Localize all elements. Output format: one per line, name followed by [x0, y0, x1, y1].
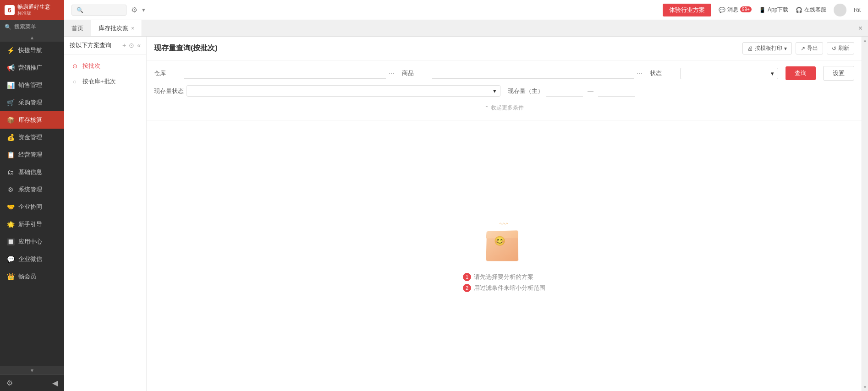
topbar-chevron-icon[interactable]: ▾ [142, 6, 145, 13]
stock-status-select[interactable]: ▾ [187, 85, 500, 97]
sidebar-settings-icon[interactable]: ⚙ [6, 379, 13, 387]
user-avatar[interactable] [834, 4, 846, 16]
stock-qty-dash: — [588, 87, 593, 94]
sidebar-item-app-center[interactable]: 🔲 应用中心 [0, 233, 64, 250]
sidebar-label-inventory: 库存核算 [18, 116, 42, 124]
filter-panel-title: 按以下方案查询 [70, 41, 111, 49]
filter-row-2: 现存量状态 ▾ 现存量（主） — [154, 85, 854, 97]
print-dropdown-icon: ▾ [784, 45, 787, 52]
tab-inventory-batch-label: 库存批次账 [99, 24, 128, 33]
product-input[interactable] [432, 68, 634, 79]
status-label: 状态 [650, 69, 677, 77]
product-dots[interactable]: ··· [637, 69, 643, 77]
sidebar-item-member[interactable]: 👑 畅会员 [0, 268, 64, 285]
app-download-item[interactable]: 📱 App下载 [759, 6, 788, 14]
sidebar-item-sales[interactable]: 📊 销售管理 [0, 76, 64, 94]
experience-btn[interactable]: 体验行业方案 [663, 4, 711, 16]
sidebar-item-basic[interactable]: 🗂 基础信息 [0, 163, 64, 181]
message-label: 消息 [727, 6, 738, 14]
app-version: 标准版 [17, 10, 50, 16]
print-btn[interactable]: 🖨 按模板打印 ▾ [742, 42, 792, 54]
sidebar-label-enterprise: 企业协同 [18, 203, 42, 211]
app-name: 畅康通好生意 [17, 4, 50, 10]
sidebar-footer: ⚙ ◀ [0, 375, 64, 391]
collapse-row[interactable]: ⌃ 收起更多条件 [154, 101, 854, 114]
online-service-item[interactable]: 🎧 在线客服 [796, 6, 826, 14]
status-field: 状态 ▾ [650, 68, 778, 79]
refresh-btn[interactable]: ↺ 刷新 [827, 42, 854, 54]
settings-button[interactable]: 设置 [823, 66, 854, 81]
sidebar-item-purchase[interactable]: 🛒 采购管理 [0, 94, 64, 111]
export-btn[interactable]: ↗ 导出 [796, 42, 823, 54]
sidebar-nav: ⚡ 快捷导航 📢 营销推广 📊 销售管理 🛒 采购管理 📦 库存核算 💰 资金管… [0, 42, 64, 366]
search-label: 搜索菜单 [14, 23, 36, 31]
tab-home-label: 首页 [71, 24, 83, 33]
panel-collapse-icon[interactable]: « [137, 42, 141, 49]
topbar-search-box[interactable]: 🔍 [71, 5, 126, 16]
warehouse-label: 仓库 [154, 69, 181, 77]
sidebar-search[interactable]: 🔍 搜索菜单 [0, 20, 64, 33]
tab-close-icon[interactable]: × [131, 25, 134, 32]
page-title: 现存量查询(按批次) [154, 43, 218, 53]
stock-status-field: 现存量状态 ▾ [154, 85, 500, 97]
sidebar-label-operations: 经营管理 [18, 151, 42, 159]
topbar: 🔍 ⚙ ▾ 体验行业方案 💬 消息 99+ 📱 App下载 🎧 在线客服 Rit [64, 0, 868, 20]
query-button[interactable]: 查询 [786, 66, 816, 80]
export-label: 导出 [807, 44, 818, 52]
scroll-up-arrow[interactable]: ▲ [863, 37, 868, 44]
status-chevron-icon: ▾ [771, 70, 774, 77]
sidebar-item-system[interactable]: ⚙ 系统管理 [0, 181, 64, 198]
guide-icon: 🌟 [6, 220, 15, 228]
user-name: Rit [854, 7, 861, 13]
message-badge: 99+ [740, 6, 752, 12]
sidebar-item-marketing[interactable]: 📢 营销推广 [0, 59, 64, 76]
sidebar-collapse-icon[interactable]: ◀ [52, 379, 58, 387]
status-select[interactable]: ▾ [680, 68, 778, 79]
warehouse-dots[interactable]: ··· [389, 69, 395, 77]
tab-home[interactable]: 首页 [64, 20, 91, 36]
scheme-settings-icon[interactable]: ⊙ [129, 42, 134, 49]
sidebar: 6 畅康通好生意 标准版 🔍 搜索菜单 ▲ ⚡ 快捷导航 📢 营销推广 📊 销售… [0, 0, 64, 391]
sidebar-item-inventory[interactable]: 📦 库存核算 [0, 111, 64, 129]
sidebar-label-system: 系统管理 [18, 185, 42, 194]
app-center-icon: 🔲 [6, 238, 15, 246]
message-item[interactable]: 💬 消息 99+ [719, 6, 752, 14]
sidebar-label-marketing: 营销推广 [18, 64, 42, 72]
hint-num-1: 1 [463, 273, 471, 281]
sidebar-item-enterprise-wechat[interactable]: 💬 企业微信 [0, 250, 64, 268]
warehouse-input[interactable] [184, 68, 386, 79]
tab-bar-close-icon[interactable]: × [853, 24, 868, 33]
app-download-label: App下载 [768, 6, 788, 14]
add-scheme-icon[interactable]: + [122, 42, 126, 49]
enterprise-icon: 🤝 [6, 203, 15, 211]
filter-scheme-by-batch[interactable]: ⊙ 按批次 [64, 58, 146, 74]
sidebar-label-purchase: 采购管理 [18, 98, 42, 107]
sidebar-item-finance[interactable]: 💰 资金管理 [0, 129, 64, 146]
sidebar-item-guide[interactable]: 🌟 新手引导 [0, 216, 64, 233]
sidebar-item-operations[interactable]: 📋 经营管理 [0, 146, 64, 163]
collapse-label: 收起更多条件 [491, 104, 524, 112]
stock-qty-to[interactable] [598, 86, 635, 97]
sidebar-item-enterprise[interactable]: 🤝 企业协同 [0, 198, 64, 216]
scroll-down-arrow[interactable]: ▼ [863, 383, 868, 391]
sales-icon: 📊 [6, 81, 15, 89]
filter-scheme-by-warehouse-batch[interactable]: ○ 按仓库+批次 [64, 74, 146, 89]
tab-inventory-batch[interactable]: 库存批次账 × [91, 20, 142, 36]
stock-qty-from[interactable] [546, 86, 583, 97]
topbar-settings-icon[interactable]: ⚙ [131, 5, 137, 14]
app-download-icon: 📱 [759, 7, 766, 13]
sidebar-label-enterprise-wechat: 企业微信 [18, 255, 42, 263]
sidebar-item-quick-nav[interactable]: ⚡ 快捷导航 [0, 42, 64, 59]
sidebar-label-finance: 资金管理 [18, 133, 42, 141]
sidebar-label-app-center: 应用中心 [18, 238, 42, 246]
stock-status-chevron-icon: ▾ [493, 87, 496, 94]
right-scrollbar: ▲ ▼ [862, 37, 868, 391]
print-icon: 🖨 [747, 45, 753, 52]
sidebar-scroll-up[interactable]: ▲ [0, 33, 64, 42]
sidebar-scroll-down[interactable]: ▼ [0, 366, 64, 375]
warehouse-field: 仓库 ··· [154, 68, 395, 79]
sidebar-label-member: 畅会员 [18, 272, 36, 281]
operations-icon: 📋 [6, 151, 15, 159]
app-logo: 6 [5, 5, 15, 15]
sidebar-label-basic: 基础信息 [18, 168, 42, 176]
